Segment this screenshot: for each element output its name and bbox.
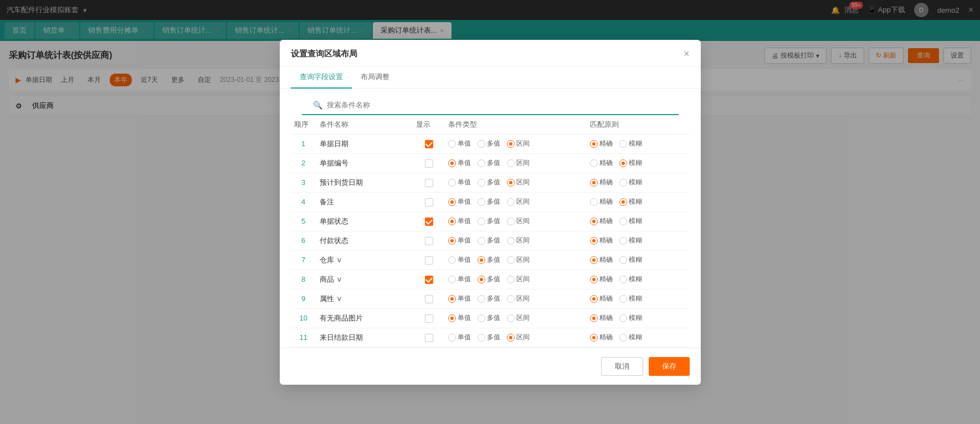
type-single-option[interactable]: 单值 [448, 197, 471, 206]
type-multi-option[interactable]: 多值 [478, 333, 500, 342]
match-fuzzy-option[interactable]: 模糊 [619, 313, 642, 323]
match-exact-option[interactable]: 精确 [590, 158, 613, 168]
match-fuzzy-option[interactable]: 模糊 [619, 139, 642, 148]
type-multi-radio[interactable] [478, 334, 485, 342]
match-fuzzy-radio[interactable] [619, 237, 627, 245]
row-show[interactable] [413, 134, 445, 153]
show-checkbox[interactable] [425, 140, 433, 148]
type-range-option[interactable]: 区间 [507, 333, 530, 342]
row-show[interactable] [413, 153, 445, 173]
match-exact-radio[interactable] [590, 295, 598, 303]
type-single-option[interactable]: 单值 [448, 216, 471, 226]
type-range-radio[interactable] [507, 237, 515, 245]
match-fuzzy-option[interactable]: 模糊 [619, 236, 642, 245]
type-range-radio[interactable] [507, 295, 515, 303]
type-single-radio[interactable] [448, 295, 456, 303]
type-single-radio[interactable] [448, 256, 456, 264]
match-fuzzy-radio[interactable] [619, 276, 627, 283]
type-multi-radio[interactable] [478, 218, 485, 225]
type-range-option[interactable]: 区间 [507, 158, 530, 168]
modal-close-button[interactable]: × [684, 49, 690, 65]
modal-tab-query-fields[interactable]: 查询字段设置 [291, 66, 352, 89]
match-fuzzy-option[interactable]: 模糊 [619, 158, 642, 168]
show-checkbox[interactable] [425, 159, 433, 168]
match-exact-option[interactable]: 精确 [590, 178, 613, 187]
type-range-option[interactable]: 区间 [507, 197, 530, 206]
match-exact-option[interactable]: 精确 [590, 139, 613, 148]
type-multi-option[interactable]: 多值 [478, 216, 500, 226]
match-fuzzy-option[interactable]: 模糊 [619, 275, 642, 284]
match-exact-option[interactable]: 精确 [590, 216, 613, 226]
type-single-radio[interactable] [448, 218, 456, 225]
match-exact-radio[interactable] [590, 179, 598, 187]
match-fuzzy-radio[interactable] [619, 198, 627, 206]
type-single-option[interactable]: 单值 [448, 236, 471, 245]
show-checkbox[interactable] [425, 314, 433, 323]
match-fuzzy-radio[interactable] [619, 295, 627, 303]
show-checkbox[interactable] [425, 334, 433, 342]
type-range-radio[interactable] [507, 198, 515, 206]
show-checkbox[interactable] [425, 237, 433, 245]
row-show[interactable] [413, 173, 445, 192]
match-exact-radio[interactable] [590, 237, 598, 245]
type-single-option[interactable]: 单值 [448, 333, 471, 342]
type-range-radio[interactable] [507, 314, 515, 322]
type-multi-option[interactable]: 多值 [478, 313, 500, 323]
match-exact-radio[interactable] [590, 159, 598, 167]
type-multi-option[interactable]: 多值 [478, 178, 500, 187]
match-exact-option[interactable]: 精确 [590, 294, 613, 303]
match-fuzzy-radio[interactable] [619, 314, 627, 322]
type-single-radio[interactable] [448, 159, 456, 167]
match-fuzzy-option[interactable]: 模糊 [619, 333, 642, 342]
match-exact-radio[interactable] [590, 256, 598, 264]
match-exact-radio[interactable] [590, 140, 598, 148]
match-fuzzy-option[interactable]: 模糊 [619, 294, 642, 303]
match-exact-option[interactable]: 精确 [590, 275, 613, 284]
match-fuzzy-radio[interactable] [619, 140, 627, 148]
match-exact-radio[interactable] [590, 198, 598, 206]
save-button[interactable]: 保存 [649, 357, 690, 376]
type-multi-radio[interactable] [478, 198, 485, 206]
match-exact-radio[interactable] [590, 314, 598, 322]
match-exact-option[interactable]: 精确 [590, 255, 613, 265]
show-checkbox[interactable] [425, 256, 433, 265]
type-range-radio[interactable] [507, 159, 515, 167]
type-single-option[interactable]: 单值 [448, 158, 471, 168]
match-exact-option[interactable]: 精确 [590, 197, 613, 206]
type-single-option[interactable]: 单值 [448, 139, 471, 148]
match-fuzzy-radio[interactable] [619, 334, 627, 342]
row-show[interactable] [413, 270, 445, 289]
type-single-option[interactable]: 单值 [448, 313, 471, 323]
type-multi-radio[interactable] [478, 256, 485, 264]
type-range-radio[interactable] [507, 179, 515, 187]
show-checkbox[interactable] [425, 276, 433, 284]
show-checkbox[interactable] [425, 198, 433, 206]
type-multi-option[interactable]: 多值 [478, 236, 500, 245]
match-fuzzy-radio[interactable] [619, 218, 627, 225]
type-single-radio[interactable] [448, 334, 456, 342]
type-range-option[interactable]: 区间 [507, 275, 530, 284]
match-exact-option[interactable]: 精确 [590, 236, 613, 245]
match-fuzzy-radio[interactable] [619, 179, 627, 187]
show-checkbox[interactable] [425, 218, 433, 226]
type-multi-option[interactable]: 多值 [478, 158, 500, 168]
match-fuzzy-option[interactable]: 模糊 [619, 216, 642, 226]
cancel-button[interactable]: 取消 [601, 357, 643, 376]
type-multi-radio[interactable] [478, 314, 485, 322]
match-exact-option[interactable]: 精确 [590, 313, 613, 323]
type-multi-option[interactable]: 多值 [478, 255, 500, 265]
match-fuzzy-radio[interactable] [619, 256, 627, 264]
row-show[interactable] [413, 211, 445, 231]
type-multi-radio[interactable] [478, 237, 485, 245]
type-range-option[interactable]: 区间 [507, 236, 530, 245]
match-exact-radio[interactable] [590, 334, 598, 342]
match-fuzzy-option[interactable]: 模糊 [619, 178, 642, 187]
type-multi-radio[interactable] [478, 295, 485, 303]
row-show[interactable] [413, 250, 445, 270]
show-checkbox[interactable] [425, 295, 433, 303]
row-show[interactable] [413, 289, 445, 308]
type-single-option[interactable]: 单值 [448, 178, 471, 187]
type-range-radio[interactable] [507, 140, 515, 148]
type-multi-radio[interactable] [478, 159, 485, 167]
match-fuzzy-option[interactable]: 模糊 [619, 255, 642, 265]
